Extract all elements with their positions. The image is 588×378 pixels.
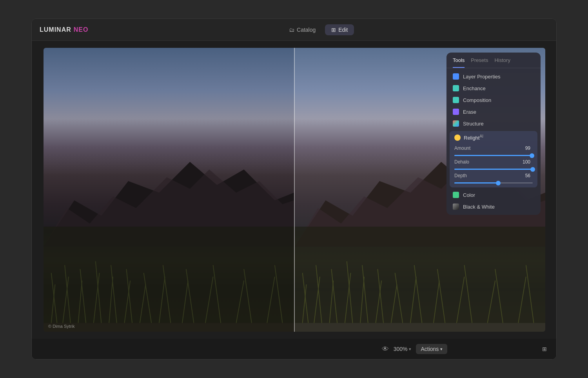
dehalo-slider-container[interactable] — [454, 169, 533, 170]
dehalo-value: 100 — [519, 159, 530, 165]
title-bar-center: 🗂 Catalog ⊞ Edit — [88, 24, 548, 35]
catalog-icon: 🗂 — [289, 27, 294, 33]
depth-label: Depth — [454, 173, 519, 178]
relight-icon — [454, 134, 461, 141]
dehalo-slider-track — [454, 169, 533, 170]
tool-list: Layer Properties Enchance Composition Er… — [446, 68, 541, 215]
slider-amount-row: Amount 99 — [454, 145, 533, 151]
tool-item-enchance[interactable]: Enchance — [446, 82, 541, 94]
amount-slider-thumb[interactable] — [530, 153, 534, 158]
tool-item-erase[interactable]: Erase — [446, 106, 541, 118]
bw-label: Black & White — [463, 204, 495, 210]
panel-tabs: Tools Presets History — [446, 53, 541, 68]
app-window: LUMINAR NEO 🗂 Catalog ⊞ Edit — [31, 18, 557, 360]
tool-item-layer-properties[interactable]: Layer Properties — [446, 71, 541, 82]
dehalo-label: Dehalo — [454, 159, 519, 165]
title-bar: LUMINAR NEO 🗂 Catalog ⊞ Edit — [32, 19, 556, 41]
canvas-area: © Dima Sytrik — [32, 41, 556, 339]
logo-neo-text: NEO — [74, 26, 89, 33]
relight-ai-badge: AI — [479, 134, 483, 138]
erase-icon — [453, 109, 459, 115]
color-label: Color — [463, 192, 475, 198]
actions-label: Actions — [421, 346, 439, 352]
zoom-value: 300% — [394, 346, 408, 352]
copyright-text: © Dima Sytrik — [48, 324, 74, 329]
structure-icon — [453, 120, 459, 127]
edit-button[interactable]: ⊞ Edit — [325, 24, 354, 35]
layer-properties-icon — [453, 73, 459, 80]
composition-icon — [453, 97, 459, 103]
tool-item-black-white[interactable]: Black & White — [446, 201, 541, 213]
relight-label: RelightAI — [464, 134, 483, 141]
amount-slider-container[interactable] — [454, 155, 533, 156]
relight-section: RelightAI Amount 99 — [450, 131, 537, 187]
tab-history[interactable]: History — [494, 57, 510, 68]
amount-value: 99 — [519, 145, 530, 151]
zoom-control[interactable]: 300% ▾ — [394, 346, 412, 352]
relight-header[interactable]: RelightAI — [450, 131, 537, 144]
depth-slider-track — [454, 182, 533, 184]
tool-item-color[interactable]: Color — [446, 189, 541, 201]
app-logo: LUMINAR NEO — [40, 26, 88, 33]
slider-amount: Amount 99 — [454, 145, 533, 156]
amount-slider-fill — [454, 155, 532, 156]
tool-item-structure[interactable]: Structure — [446, 118, 541, 129]
tool-item-composition[interactable]: Composition — [446, 94, 541, 106]
status-bar: 👁 300% ▾ Actions ▾ ⊞ — [32, 339, 556, 359]
slider-dehalo: Dehalo 100 — [454, 159, 533, 170]
slider-dehalo-row: Dehalo 100 — [454, 159, 533, 165]
enchance-icon — [453, 85, 459, 91]
edit-label: Edit — [338, 27, 348, 33]
structure-label: Structure — [463, 121, 484, 127]
slider-depth-row: Depth 56 — [454, 173, 533, 178]
grass-svg-left — [44, 218, 294, 332]
catalog-label: Catalog — [297, 27, 316, 33]
composition-label: Composition — [463, 97, 491, 103]
dehalo-slider-thumb[interactable] — [530, 167, 535, 172]
zoom-chevron-icon: ▾ — [409, 347, 411, 352]
color-icon — [453, 192, 459, 198]
windows-icon: ⊞ — [542, 346, 547, 352]
depth-slider-fill — [454, 182, 498, 184]
depth-slider-container[interactable] — [454, 182, 533, 184]
bw-icon — [453, 204, 459, 210]
catalog-button[interactable]: 🗂 Catalog — [283, 24, 322, 35]
status-right: ⊞ — [539, 346, 547, 352]
depth-value: 56 — [519, 173, 530, 178]
image-left: © Dima Sytrik — [44, 48, 295, 332]
depth-slider-thumb[interactable] — [496, 181, 501, 185]
status-center: 👁 300% ▾ Actions ▾ — [290, 344, 539, 354]
amount-slider-track — [454, 155, 533, 156]
erase-label: Erase — [463, 109, 476, 115]
tab-tools[interactable]: Tools — [453, 57, 465, 68]
slider-depth: Depth 56 — [454, 173, 533, 184]
edit-icon: ⊞ — [331, 27, 336, 33]
logo-luminar-text: LUMINAR — [40, 26, 71, 33]
dehalo-slider-fill — [454, 169, 533, 170]
slider-section: Amount 99 — [450, 144, 537, 187]
eye-icon[interactable]: 👁 — [382, 345, 389, 353]
actions-chevron-icon: ▾ — [440, 347, 443, 352]
amount-label: Amount — [454, 145, 519, 151]
tab-presets[interactable]: Presets — [471, 57, 488, 68]
grass-svg-right — [295, 218, 545, 332]
layer-properties-label: Layer Properties — [463, 74, 500, 80]
right-panel: Tools Presets History Layer Properties E… — [446, 53, 541, 215]
actions-button[interactable]: Actions ▾ — [416, 344, 447, 354]
enchance-label: Enchance — [463, 85, 486, 91]
